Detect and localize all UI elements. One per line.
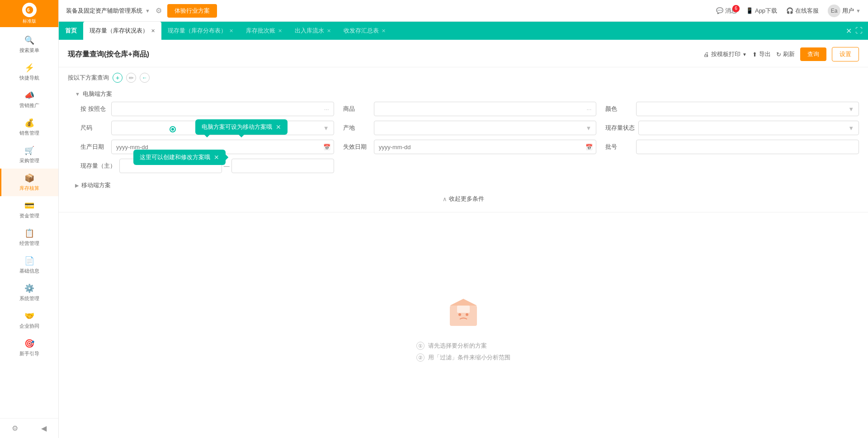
- filter-collapse-button[interactable]: ←: [140, 73, 150, 83]
- svg-point-6: [466, 313, 468, 316]
- goods-select[interactable]: ···: [374, 102, 597, 116]
- stock-status-label: 现存量状态: [605, 124, 635, 132]
- sidebar-item-purchase[interactable]: 🛒 采购管理: [0, 141, 58, 169]
- settings-filter-button[interactable]: 设置: [832, 47, 859, 61]
- page-container: 现存量查询(按仓库+商品) 🖨 按模板打印 ▼ ⬆ 导出 ↻ 刷新: [59, 40, 868, 438]
- tab-close-inventory-batch[interactable]: ✕: [278, 28, 282, 34]
- filter-batch: 批号: [605, 140, 859, 154]
- create-tooltip-close[interactable]: ✕: [214, 154, 219, 161]
- trial-button[interactable]: 体验行业方案: [167, 4, 217, 18]
- prod-date-label: 生产日期: [80, 143, 108, 151]
- scheme-tooltip: 电脑方案可设为移动方案哦 ✕: [195, 119, 288, 135]
- expire-date-label: 失效日期: [343, 143, 370, 151]
- page-title: 现存量查询(按仓库+商品): [68, 50, 149, 59]
- sidebar-menu: 🔍 搜索菜单 ⚡ 快捷导航 📣 营销推广 💰 销售管理 🛒 采购管理 📦 库存核…: [0, 27, 58, 418]
- warehouse-select[interactable]: ···: [111, 102, 334, 116]
- svg-point-5: [458, 313, 461, 316]
- prod-date-calendar-icon[interactable]: 📅: [323, 144, 330, 151]
- expire-date-calendar-icon[interactable]: 📅: [585, 144, 593, 151]
- topbar-right: 💬 消息 6 📱 App下载 🎧 在线客服 Ea 用户 ▼: [716, 5, 861, 17]
- tab-inventory-status[interactable]: 现存量（库存状况表） ✕: [83, 22, 161, 40]
- sidebar-bottom: ⚙ ◀: [0, 418, 58, 438]
- scheme-tooltip-close[interactable]: ✕: [276, 123, 281, 131]
- filter-warehouse: 按 按照仓 ···: [80, 102, 334, 116]
- user-menu[interactable]: Ea 用户 ▼: [828, 5, 861, 17]
- stock-main-label: 现存量（主）: [80, 162, 116, 170]
- refresh-button[interactable]: ↻ 刷新: [776, 50, 795, 58]
- tab-collect-summary[interactable]: 收发存汇总表 ✕: [337, 22, 392, 40]
- tabbar: 首页 现存量（库存状况表） ✕ 现存量（库存分布表） ✕ 库存批次账 ✕ 出入库…: [59, 22, 868, 40]
- collapse-button[interactable]: ∧ 收起更多条件: [443, 195, 484, 203]
- tab-home[interactable]: 首页: [59, 22, 83, 40]
- tab-inventory-dist[interactable]: 现存量（库存分布表） ✕: [161, 22, 240, 40]
- sidebar-item-sales[interactable]: 💰 销售管理: [0, 113, 58, 141]
- stock-main-max[interactable]: [231, 159, 334, 173]
- filter-edit-button[interactable]: ✏: [126, 73, 136, 83]
- scheme-list: ▼ 电脑端方案 按 按照仓 ···: [68, 88, 859, 191]
- scheme-desktop[interactable]: ▼ 电脑端方案: [71, 88, 859, 100]
- logo-text: 标准版: [23, 18, 36, 24]
- create-tooltip-text: 这里可以创建和修改方案哦: [140, 153, 210, 161]
- tab-close-inventory-status[interactable]: ✕: [151, 28, 155, 34]
- sidebar-item-search-menu[interactable]: 🔍 搜索菜单: [0, 31, 58, 58]
- main-area: 装备及固定资产辅助管理系统 ▼ ⚙ 体验行业方案 💬 消息 6 📱 App下载 …: [59, 0, 868, 438]
- sidebar-item-quick-nav[interactable]: ⚡ 快捷导航: [0, 58, 58, 86]
- sidebar-item-inventory[interactable]: 📦 库存核算: [0, 169, 58, 196]
- origin-select[interactable]: ▼: [374, 121, 597, 135]
- collapse-sidebar-button[interactable]: ◀: [41, 424, 47, 433]
- warehouse-label: 按 按照仓: [80, 105, 108, 113]
- lightning-icon: ⚡: [24, 63, 34, 73]
- tab-inout-flow[interactable]: 出入库流水 ✕: [288, 22, 337, 40]
- batch-input[interactable]: [636, 140, 859, 154]
- scheme-desktop-content: 按 按照仓 ··· 商品: [71, 102, 859, 178]
- fullscreen-button[interactable]: ⛶: [855, 27, 863, 35]
- topbar-gear-icon[interactable]: ⚙: [156, 6, 162, 15]
- empty-texts: ① 请先选择要分析的方案 ② 用「过滤」条件来缩小分析范围: [416, 340, 510, 363]
- tab-close-collect-summary[interactable]: ✕: [382, 28, 386, 34]
- sidebar-item-enterprise[interactable]: 🤝 企业协同: [0, 306, 58, 334]
- print-button[interactable]: 🖨 按模板打印 ▼: [703, 50, 747, 58]
- export-icon: ⬆: [752, 51, 757, 58]
- refresh-icon: ↻: [776, 51, 781, 58]
- tab-close-inventory-dist[interactable]: ✕: [229, 28, 233, 34]
- scheme-mobile-arrow: ▶: [75, 183, 79, 188]
- expire-date-range: 📅: [374, 140, 597, 154]
- settings-button[interactable]: ⚙: [12, 424, 18, 433]
- svg-rect-4: [457, 306, 470, 313]
- sidebar-item-finance[interactable]: 💳 资金管理: [0, 196, 58, 224]
- step-2-num: ②: [416, 353, 425, 362]
- query-button[interactable]: 查询: [800, 47, 826, 61]
- filter-title: 按以下方案查询: [68, 74, 109, 82]
- tab-close-inout-flow[interactable]: ✕: [327, 28, 331, 34]
- sidebar-item-marketing[interactable]: 📣 营销推广: [0, 86, 58, 113]
- scheme-mobile[interactable]: ▶ 移动端方案: [71, 179, 859, 191]
- create-tooltip: 这里可以创建和修改方案哦 ✕: [133, 150, 226, 165]
- filter-add-button[interactable]: +: [113, 73, 123, 83]
- sidebar-item-system[interactable]: ⚙️ 系统管理: [0, 279, 58, 306]
- collapse-row: ∧ 收起更多条件: [68, 191, 859, 207]
- sidebar: 6 标准版 🔍 搜索菜单 ⚡ 快捷导航 📣 营销推广 💰 销售管理 🛒 采购管理…: [0, 0, 59, 438]
- sidebar-logo[interactable]: 6 标准版: [0, 0, 58, 27]
- system-dropdown-arrow[interactable]: ▼: [145, 8, 150, 14]
- export-button[interactable]: ⬆ 导出: [752, 50, 771, 58]
- goods-label: 商品: [343, 105, 370, 113]
- sidebar-item-basic-info[interactable]: 📄 基础信息: [0, 251, 58, 279]
- sidebar-item-operations[interactable]: 📋 经营管理: [0, 224, 58, 251]
- close-all-tabs-button[interactable]: ✕: [846, 27, 852, 35]
- system-icon: ⚙️: [24, 283, 34, 293]
- expire-date-start[interactable]: [374, 140, 597, 154]
- scheme-tooltip-text: 电脑方案可设为移动方案哦: [202, 123, 272, 131]
- tab-inventory-batch[interactable]: 库存批次账 ✕: [240, 22, 288, 40]
- support-button[interactable]: 🎧 在线客服: [786, 7, 819, 15]
- sidebar-item-guide[interactable]: 🎯 新手引导: [0, 334, 58, 362]
- print-arrow: ▼: [742, 52, 747, 57]
- color-select[interactable]: ▼: [636, 102, 859, 116]
- notice-button[interactable]: 💬 消息 6: [716, 7, 737, 15]
- color-label: 颜色: [605, 105, 632, 113]
- topbar-left: 装备及固定资产辅助管理系统 ▼ ⚙ 体验行业方案: [66, 4, 217, 18]
- stock-status-select[interactable]: ▼: [638, 121, 859, 135]
- app-download-button[interactable]: 📱 App下载: [746, 7, 777, 15]
- sales-icon: 💰: [24, 118, 34, 128]
- search-icon: 🔍: [24, 35, 34, 45]
- page-header: 现存量查询(按仓库+商品) 🖨 按模板打印 ▼ ⬆ 导出 ↻ 刷新: [59, 40, 868, 67]
